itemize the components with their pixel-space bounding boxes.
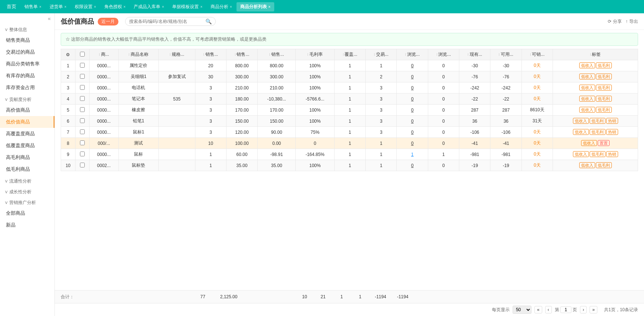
row-browse1[interactable]: 0 [397,60,428,71]
sidebar-item-new-products[interactable]: 新品 [0,219,54,231]
row-browse1[interactable]: 1 [397,149,428,160]
row-checkbox[interactable] [80,96,85,101]
col-trade[interactable]: 交易... [366,49,397,60]
sidebar-item-category-sales[interactable]: 商品分类销售率 [0,58,54,70]
row-spec [159,149,195,160]
row-check[interactable] [75,116,89,127]
sidebar-group-growth[interactable]: ∨ 成长性分析 [0,186,54,197]
nav-close-template[interactable]: × [200,5,202,9]
sidebar-item-sales-products[interactable]: 销售类商品 [0,34,54,46]
col-margin[interactable]: 毛利率 [296,49,334,60]
search-icon[interactable]: 🔍 [205,18,212,24]
row-browse1[interactable]: 0 [397,138,428,149]
col-spec[interactable]: 规格... [159,49,195,60]
row-checkbox[interactable] [80,85,85,90]
row-days: 0天 [521,94,553,105]
export-button[interactable]: ↑ 导出 [625,18,638,25]
row-check[interactable] [75,94,89,105]
col-sale3[interactable]: 销售... [258,49,296,60]
col-code[interactable]: 商... [89,49,118,60]
sidebar-item-high-profit[interactable]: 高毛利商品 [0,152,54,163]
row-checkbox[interactable] [80,118,85,123]
sidebar-item-stock-products[interactable]: 有库存的商品 [0,70,54,82]
row-browse1[interactable]: 0 [397,160,428,171]
nav-item-permissions[interactable]: 权限设置 × [71,2,100,11]
page-size-select[interactable]: 50 100 200 [513,306,531,314]
share-button[interactable]: ⟳ 分享 [608,18,622,25]
row-check[interactable] [75,71,89,82]
col-browse1[interactable]: 浏览... [397,49,428,60]
row-check[interactable] [75,82,89,94]
row-check[interactable] [75,60,89,71]
row-checkbox[interactable] [80,140,85,145]
sidebar-item-low-coverage[interactable]: 低覆盖度商品 [0,140,54,152]
sidebar-item-low-profit[interactable]: 低毛利商品 [0,163,54,175]
header-actions: ⟳ 分享 ↑ 导出 [608,18,638,25]
sidebar-collapse-btn[interactable]: « [47,15,51,22]
nav-close-analysis[interactable]: × [230,5,232,9]
row-trade: 3 [366,105,397,116]
sum-browse1: 1 [332,293,351,301]
row-browse1[interactable]: 0 [397,116,428,127]
nav-item-purchase[interactable]: 进货单 × [46,2,70,11]
sidebar-item-high-coverage[interactable]: 高覆盖度商品 [0,128,54,140]
nav-close-roles[interactable]: × [124,5,126,9]
nav-item-analysis[interactable]: 商品分析 × [207,2,236,11]
next-page-btn[interactable]: › [580,306,587,313]
page-input[interactable] [560,306,571,313]
tag-low-profit: 低毛利 [590,151,606,157]
row-browse1[interactable]: 0 [397,82,428,94]
col-checkbox[interactable] [75,49,89,60]
first-page-btn[interactable]: « [534,306,542,313]
nav-close-permissions[interactable]: × [94,5,96,9]
row-browse1[interactable]: 0 [397,127,428,138]
col-name[interactable]: 商品名称 [118,49,158,60]
last-page-btn[interactable]: » [590,306,597,313]
col-stock1[interactable]: 现有... [459,49,490,60]
select-all-checkbox[interactable] [80,52,85,57]
row-no: 9 [61,149,76,160]
row-check[interactable] [75,127,89,138]
prev-page-btn[interactable]: ‹ [545,306,552,313]
nav-item-roles[interactable]: 角色授权 × [101,2,130,11]
col-stock2[interactable]: 可用... [490,49,521,60]
sidebar-group-flow[interactable]: ∨ 流通性分析 [0,175,54,186]
col-sale1[interactable]: 销售... [195,49,226,60]
col-sale2[interactable]: 销售... [226,49,257,60]
row-checkbox[interactable] [80,63,85,68]
col-settings[interactable]: ⚙ [61,49,76,60]
col-stock3[interactable]: 可销... [521,49,553,60]
row-check[interactable] [75,105,89,116]
sidebar-item-high-value[interactable]: 高价值商品 [0,104,54,116]
search-input[interactable] [129,19,203,24]
sidebar-item-all-products[interactable]: 全部商品 [0,207,54,219]
row-checkbox[interactable] [80,74,85,79]
row-browse1[interactable]: 0 [397,94,428,105]
row-check[interactable] [75,149,89,160]
nav-close-sales[interactable]: × [39,5,41,9]
row-browse1[interactable]: 0 [397,71,428,82]
nav-close-inventory[interactable]: × [162,5,164,9]
nav-item-inventory[interactable]: 产成品入库单 × [130,2,168,11]
nav-item-analysis-list[interactable]: 商品分析列表 × [237,2,274,11]
row-checkbox[interactable] [80,163,85,167]
row-checkbox[interactable] [80,107,85,112]
sidebar-item-stock-funds[interactable]: 库存资金占用 [0,82,54,94]
sidebar-item-low-value[interactable]: 低价值商品 [0,116,54,128]
row-checkbox[interactable] [80,129,85,134]
col-browse2[interactable]: 浏览... [428,49,459,60]
sidebar-item-traded[interactable]: 交易过的商品 [0,46,54,58]
nav-item-template[interactable]: 单据模板设置 × [168,2,206,11]
col-coverage[interactable]: 覆盖... [334,49,365,60]
nav-close-analysis-list[interactable]: × [268,5,271,9]
nav-home[interactable]: 首页 [3,2,20,11]
nav-close-purchase[interactable]: × [64,5,67,9]
row-check[interactable] [75,138,89,149]
nav-item-sales[interactable]: 销售单 × [21,2,45,11]
row-check[interactable] [75,160,89,171]
row-margin: -164.85% [296,149,334,160]
row-browse1[interactable]: 0 [397,105,428,116]
time-filter-button[interactable]: 近一月 [98,18,118,26]
row-checkbox[interactable] [80,152,85,156]
col-tags[interactable]: 标签 [553,49,638,60]
